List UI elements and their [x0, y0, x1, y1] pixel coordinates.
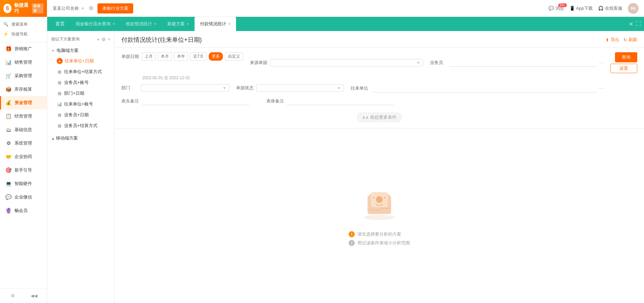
collapse-more-btn[interactable]: ∧∧ 收起更多条件 — [357, 113, 402, 122]
schema-icon-1: ▦ — [57, 69, 62, 74]
refresh-btn[interactable]: ↻ 刷新 — [623, 37, 637, 43]
date-btn-7days[interactable]: 近7天 — [190, 52, 207, 61]
settings-btn[interactable]: 设置 — [610, 64, 637, 73]
tab-payment[interactable]: 付款情况统计 × — [195, 17, 236, 31]
date-btn-this-month[interactable]: 本月 — [158, 52, 172, 61]
hint-num-2: 2 — [349, 240, 355, 246]
schema-group-pc-header[interactable]: ▼ 电脑端方案 — [47, 46, 114, 56]
doc-status-arrow: ▼ — [337, 86, 341, 90]
nav-item-wechat[interactable]: 💬 企业微信 — [0, 190, 47, 204]
date-btn-custom[interactable]: 自定义 — [225, 52, 243, 61]
sidebar-search-area: 🔍 搜索菜单 ⚡ 快捷导航 — [0, 17, 47, 42]
schema-icon-2: ▦ — [57, 80, 62, 85]
left-panel: 按以下方案查询 + ⚙ « ▼ 电脑端方案 ● 往来单位+日期 — [47, 31, 115, 303]
logo-icon: 6 — [3, 4, 11, 13]
salesperson-ellipsis[interactable]: ··· — [599, 60, 604, 66]
version-badge: 标准版 — [32, 3, 43, 13]
tab-close-all-btn[interactable]: ✕ — [629, 21, 633, 27]
schema-group-mobile-header[interactable]: ▶ 移动端方案 — [47, 133, 114, 143]
schema-item-counterpart-date[interactable]: ● 往来单位+日期 — [47, 56, 114, 66]
quick-nav-label: 快捷导航 — [11, 31, 28, 37]
schema-item-counterpart-account[interactable]: 📊 往来单位+账号 — [47, 99, 114, 110]
marketing-icon: 🎁 — [5, 46, 12, 52]
body-note-input[interactable] — [287, 97, 394, 105]
refresh-icon: ↻ — [623, 37, 627, 42]
tab-payment-label: 付款情况统计 — [200, 21, 226, 27]
basic-icon: 🗂 — [5, 126, 12, 133]
schema-item-counterpart-settlement[interactable]: ▦ 往来单位+结算方式 — [47, 66, 114, 77]
sidebar-collapse-btn[interactable]: ◀◀ — [24, 291, 45, 300]
user-avatar[interactable]: Rit — [628, 3, 639, 14]
nav-label-marketing: 营销推广 — [14, 46, 32, 52]
tab-new-plan-label: 新建方案 — [167, 21, 185, 27]
nav-item-marketing[interactable]: 🎁 营销推广 — [0, 42, 47, 56]
nav-item-inventory[interactable]: 📦 库存核算 — [0, 83, 47, 96]
sidebar-nav: 🎁 营销推广 📊 销售管理 🛒 采购管理 📦 库存核算 💰 资金管理 📋 经营管… — [0, 42, 47, 288]
schema-item-salesperson-date[interactable]: ▦ 业务员+日期 — [47, 110, 114, 120]
counterpart-ellipsis[interactable]: ··· — [599, 85, 604, 91]
source-doc-select[interactable]: ▼ — [270, 59, 423, 66]
nav-item-guide[interactable]: 🎯 新手引导 — [0, 163, 47, 177]
date-btn-last-month[interactable]: 上月 — [142, 52, 156, 61]
tab-bank[interactable]: 现金银行流水查询 × — [70, 17, 120, 31]
app-download-btn[interactable]: 📱 App下载 — [569, 5, 593, 11]
company-selector[interactable]: 某某公司名称 ▼ — [53, 5, 85, 11]
add-schema-btn[interactable]: + — [97, 37, 99, 42]
trial-btn[interactable]: 体验行业方案 — [97, 3, 133, 13]
schema-settings-btn[interactable]: ⚙ — [101, 37, 106, 42]
doc-date-label: 单据日期 — [121, 54, 139, 60]
corp-icon: 🤝 — [5, 153, 12, 160]
quick-nav-item[interactable]: ⚡ 快捷导航 — [3, 29, 43, 39]
schema-item-salesperson-account[interactable]: ▦ 业务员+账号 — [47, 77, 114, 88]
sidebar-settings-btn[interactable]: ⚙ — [3, 291, 23, 300]
filter-row-3: 表头备注 表体备注 — [121, 97, 637, 105]
search-menu-item[interactable]: 🔍 搜索菜单 — [3, 20, 43, 29]
export-label: 导出 — [611, 37, 619, 43]
nav-item-corp[interactable]: 🤝 企业协同 — [0, 150, 47, 163]
schema-item-label-counterpart-date: 往来单位+日期 — [65, 58, 94, 64]
tab-home[interactable]: 首页 — [50, 17, 70, 31]
export-btn[interactable]: ⬆ 导出 — [606, 37, 619, 43]
tab-expand-btn[interactable]: ⛶ — [636, 21, 641, 27]
search-icon: 🔍 — [3, 22, 9, 27]
tab-payment-close[interactable]: × — [228, 22, 231, 26]
filter-salesperson: 业务员 ··· — [430, 59, 604, 67]
schema-item-dept-date[interactable]: ▦ 部门+日期 — [47, 88, 114, 99]
schema-item-salesperson-settlement[interactable]: ▦ 业务员+结算方式 — [47, 120, 114, 131]
left-panel-title: 按以下方案查询 — [51, 36, 80, 42]
main-area: 某某公司名称 ▼ ⚙ 体验行业方案 💬 消息 99+ 📱 App下载 🎧 在线客… — [47, 0, 644, 303]
nav-item-member[interactable]: 🔮 畅会员 — [0, 204, 47, 217]
doc-status-select[interactable]: ▼ — [256, 84, 344, 92]
tab-new-plan[interactable]: 新建方案 × — [162, 17, 195, 31]
nav-item-purchase[interactable]: 🛒 采购管理 — [0, 69, 47, 83]
salesperson-input[interactable] — [449, 59, 596, 67]
online-service-btn[interactable]: 🎧 在线客服 — [598, 5, 622, 11]
tab-receipt-close[interactable]: × — [154, 22, 156, 26]
tab-new-plan-close[interactable]: × — [187, 22, 189, 26]
sidebar-header: 6 畅捷通巧 标准版 — [0, 0, 47, 17]
department-select[interactable]: ▼ — [141, 84, 229, 92]
topbar-settings-icon[interactable]: ⚙ — [89, 5, 93, 11]
query-btn[interactable]: 查询 — [615, 52, 637, 62]
nav-label-inventory: 库存核算 — [14, 86, 32, 92]
nav-item-sales[interactable]: 📊 销售管理 — [0, 56, 47, 69]
tabbar: 首页 现金银行流水查询 × 收款情况统计 × 新建方案 × 付款情况统计 × ✕… — [47, 17, 644, 31]
header-note-input[interactable] — [142, 97, 250, 105]
nav-item-operation[interactable]: 📋 经营管理 — [0, 110, 47, 123]
tab-bank-close[interactable]: × — [113, 22, 115, 26]
nav-item-hardware[interactable]: 💻 智能硬件 — [0, 177, 47, 190]
nav-item-basic[interactable]: 🗂 基础信息 — [0, 123, 47, 137]
collapse-bar: ∧∧ 收起更多条件 — [121, 110, 637, 123]
lightning-icon: ⚡ — [3, 32, 9, 37]
counterpart-input[interactable] — [371, 84, 596, 92]
nav-item-capital[interactable]: 💰 资金管理 — [0, 96, 47, 110]
schema-item-label-6: 业务员+结算方式 — [64, 123, 97, 129]
nav-label-basic: 基础信息 — [14, 127, 32, 133]
nav-item-system[interactable]: ⚙ 系统管理 — [0, 137, 47, 150]
message-btn[interactable]: 💬 消息 99+ — [549, 5, 564, 11]
date-btn-more[interactable]: 更多 — [209, 52, 223, 61]
member-icon: 🔮 — [5, 207, 12, 214]
tab-receipt[interactable]: 收款情况统计 × — [120, 17, 162, 31]
date-btn-this-year[interactable]: 本年 — [174, 52, 188, 61]
panel-collapse-btn[interactable]: « — [108, 37, 110, 42]
